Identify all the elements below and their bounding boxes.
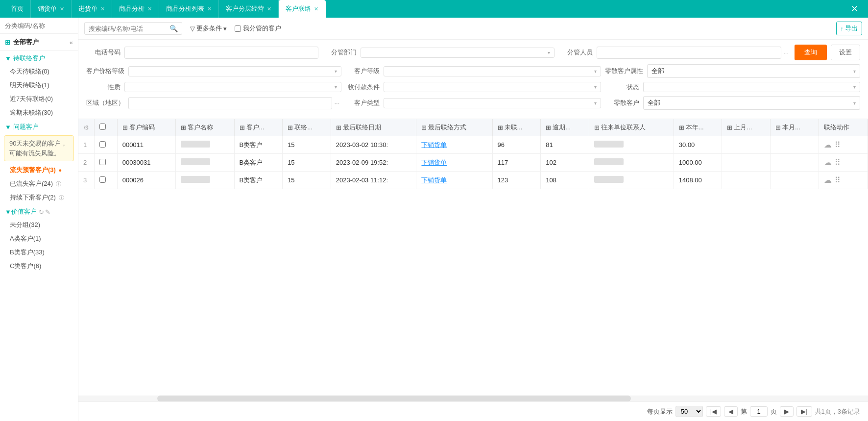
sidebar-group-problem[interactable]: ▼ 问题客户 (0, 120, 78, 133)
tab-customer-tier[interactable]: 客户分层经营 ✕ (219, 0, 279, 18)
more-dots-icon[interactable]: ··· (332, 99, 341, 107)
table-settings-col[interactable]: ⚙ (78, 119, 95, 136)
chevron-down-icon: ▾ (548, 50, 550, 55)
chevron-down-icon: ▾ (594, 100, 597, 106)
tab-analysis-list[interactable]: 商品分析列表 ✕ (159, 0, 219, 18)
customer-level-select[interactable]: ▾ (384, 66, 601, 76)
more-action-icon[interactable]: ⠿ (835, 175, 841, 185)
tab-purchase[interactable]: 进货单 ✕ (72, 0, 112, 18)
chevron-down-icon: ▾ (223, 25, 227, 32)
more-action-icon[interactable]: ⠿ (835, 140, 841, 149)
phone-input[interactable] (124, 47, 318, 59)
page-size-select[interactable]: 50 100 200 (675, 406, 703, 417)
tab-home[interactable]: 首页 (4, 0, 31, 18)
filter-zero-customer: 零散客户 全部▾ (605, 96, 860, 110)
sidebar-item-lost[interactable]: 已流失客户(24) ⓘ (0, 177, 78, 191)
person-input[interactable] (597, 47, 781, 59)
grid-icon: ⊞ (5, 39, 10, 46)
customers-table: ⚙ ⊞ 客户编码 ⊞ 客户名称 (78, 119, 868, 189)
more-conditions-button[interactable]: ▽ 更多条件 ▾ (186, 22, 231, 35)
main-search-icon[interactable]: 🔍 (169, 25, 178, 32)
sidebar-group-value[interactable]: ▼ 价值客户 ↻ ✎ (0, 204, 78, 218)
row-checkbox[interactable] (99, 176, 106, 183)
sidebar-item-overdue[interactable]: 逾期未联络(30) (0, 106, 78, 120)
window-close-button[interactable]: ✕ (845, 3, 864, 14)
close-icon[interactable]: ✕ (207, 6, 212, 12)
col-sort-icon: ⊞ (421, 124, 427, 131)
sidebar-item-classB[interactable]: B类客户(33) (0, 246, 78, 259)
sidebar-item-warning[interactable]: 流失预警客户(3) ● (0, 163, 78, 177)
row-checkbox[interactable] (99, 141, 106, 148)
contact-icon[interactable]: ☁ (824, 158, 832, 167)
export-button[interactable]: ↑ 导出 (836, 22, 863, 35)
main-layout: 🔍 ⊞ 全部客户 « ▼ 待联络客户 今天待联络(0) 明天待联络(1) 近7天… (0, 18, 868, 421)
main-search-input[interactable] (89, 25, 168, 32)
last-method-link[interactable]: 下销货单 (421, 159, 447, 166)
gender-select[interactable]: ▾ (124, 82, 341, 92)
row-last-date: 2023-02-09 19:52: (331, 154, 416, 172)
first-page-button[interactable]: |◀ (706, 406, 721, 417)
close-icon[interactable]: ✕ (267, 6, 271, 12)
region-input[interactable] (128, 97, 332, 109)
tab-sales[interactable]: 销货单 ✕ (31, 0, 72, 18)
sidebar-item-classC[interactable]: C类客户(6) (0, 259, 78, 273)
close-icon[interactable]: ✕ (314, 6, 318, 12)
sidebar-item-classA[interactable]: A类客户(1) (0, 232, 78, 246)
chevron-down-icon: ▾ (853, 84, 856, 90)
query-button[interactable]: 查询 (795, 45, 827, 60)
contact-icon[interactable]: ☁ (824, 140, 832, 149)
filter-row-3: 性质 ▾ 收付款条件 ▾ 状态 ▾ (86, 82, 860, 92)
sidebar-item-week[interactable]: 近7天待联络(0) (0, 92, 78, 106)
tab-customer-link[interactable]: 客户联络 ✕ (279, 0, 326, 18)
sidebar-all-customers[interactable]: ⊞ 全部客户 « (0, 34, 78, 51)
sidebar-item-declining[interactable]: 持续下滑客户(2) ⓘ (0, 191, 78, 204)
tab-analysis[interactable]: 商品分析 ✕ (112, 0, 159, 18)
row-contact: 15 (283, 154, 331, 172)
last-page-button[interactable]: ▶| (796, 406, 812, 417)
zero-attr-select[interactable]: 全部▾ (647, 64, 860, 78)
zero-customer-select[interactable]: 全部▾ (643, 96, 860, 110)
advanced-filter-panel: 电话号码 分管部门 ▾ 分管人员 ··· 查询 设置 (78, 40, 868, 119)
last-method-link[interactable]: 下销货单 (421, 141, 447, 149)
page-number-input[interactable] (750, 406, 768, 417)
chevron-down-icon: ▾ (853, 100, 856, 106)
row-actions: ☁ ⠿ (819, 154, 868, 172)
price-level-select[interactable]: ▾ (128, 66, 341, 76)
filter-person: 分管人员 ··· (558, 47, 791, 59)
sidebar-item-ungroup[interactable]: 未分组(32) (0, 218, 78, 232)
customer-type-select[interactable]: ▾ (384, 98, 601, 108)
my-customers-checkbox[interactable] (235, 25, 241, 32)
prev-page-button[interactable]: ◀ (724, 406, 738, 417)
refresh-icon[interactable]: ↻ (39, 208, 44, 216)
close-icon[interactable]: ✕ (147, 6, 152, 12)
filter-row-4: 区域（地区） ··· 客户类型 ▾ 零散客户 全部▾ (86, 96, 860, 110)
settings-button[interactable]: 设置 (831, 45, 860, 60)
close-icon[interactable]: ✕ (60, 6, 64, 12)
status-select[interactable]: ▾ (643, 82, 860, 92)
row-name (176, 154, 234, 172)
contact-icon[interactable]: ☁ (824, 175, 832, 185)
more-dots-icon[interactable]: ··· (781, 49, 791, 56)
table-row: 3 000026 B类客户 15 2023-02-03 11:12: 下销货单 … (78, 172, 868, 189)
row-last-method: 下销货单 (416, 172, 492, 189)
row-last-date: 2023-02-03 11:12: (331, 172, 416, 189)
more-action-icon[interactable]: ⠿ (835, 158, 841, 167)
sidebar-group-waiting[interactable]: ▼ 待联络客户 (0, 51, 78, 65)
edit-icon[interactable]: ✎ (45, 208, 50, 216)
sidebar-item-today[interactable]: 今天待联络(0) (0, 65, 78, 78)
horizontal-scrollbar[interactable] (78, 396, 868, 401)
th-name: ⊞ 客户名称 (176, 119, 234, 136)
close-icon[interactable]: ✕ (100, 6, 105, 12)
sidebar-search-input[interactable] (5, 22, 78, 29)
next-page-button[interactable]: ▶ (780, 406, 794, 417)
select-all-checkbox[interactable] (99, 124, 106, 130)
last-method-link[interactable]: 下销货单 (421, 176, 447, 184)
col-sort-icon: ⊞ (181, 124, 186, 131)
th-overdue: ⊞ 逾期... (541, 119, 589, 136)
payment-select[interactable]: ▾ (384, 82, 601, 92)
row-checkbox[interactable] (99, 159, 106, 165)
row-contact: 15 (283, 136, 331, 154)
row-actions: ☁ ⠿ (819, 172, 868, 189)
sidebar-item-tomorrow[interactable]: 明天待联络(1) (0, 78, 78, 92)
dept-select[interactable]: ▾ (361, 48, 555, 58)
